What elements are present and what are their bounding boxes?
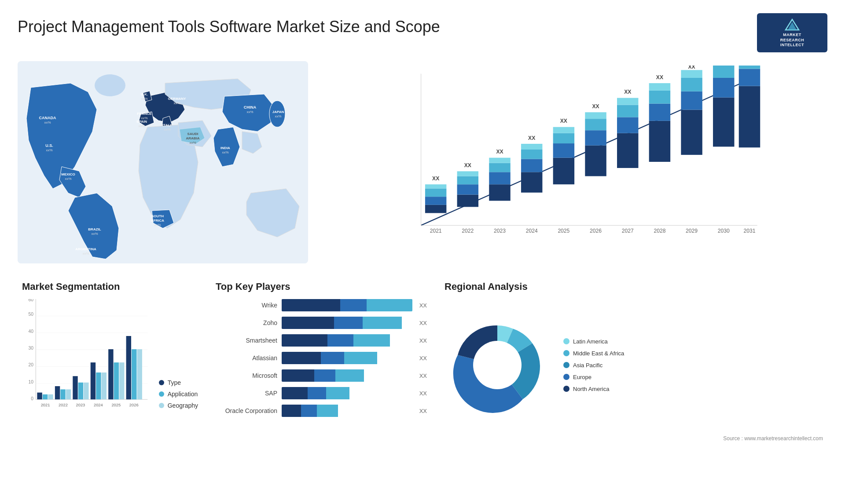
segmentation-legend: Type Application Geography — [159, 379, 198, 422]
svg-text:U.K.: U.K. — [141, 92, 148, 96]
player-bar — [282, 317, 412, 329]
player-value: XX — [419, 373, 427, 379]
svg-rect-90 — [681, 91, 702, 110]
svg-text:CANADA: CANADA — [39, 116, 56, 120]
regional-item-europe: Europe — [563, 374, 624, 380]
legend-dot-type — [159, 380, 164, 385]
svg-text:2028: 2028 — [654, 228, 665, 234]
segmentation-bars: 0 10 20 30 40 50 60 — [22, 299, 150, 422]
svg-rect-53 — [489, 184, 510, 201]
svg-rect-60 — [521, 159, 542, 172]
regional-dot-na — [563, 386, 569, 392]
svg-text:2024: 2024 — [94, 403, 103, 407]
bar-chart-svg: XX 2021 XX 2022 XX 2023 — [339, 66, 823, 246]
player-bar — [282, 369, 412, 382]
svg-rect-120 — [43, 394, 48, 399]
segmentation-section: Market Segmentation 0 10 20 30 40 50 60 — [18, 277, 202, 453]
svg-text:2022: 2022 — [462, 228, 474, 234]
svg-text:XX: XX — [464, 162, 471, 168]
donut-chart — [445, 312, 550, 418]
svg-text:2023: 2023 — [494, 228, 506, 234]
svg-text:30: 30 — [29, 346, 34, 351]
players-title: Top Key Players — [216, 281, 427, 292]
segmentation-chart-area: 0 10 20 30 40 50 60 — [22, 299, 198, 422]
svg-rect-83 — [649, 121, 670, 162]
player-bar — [282, 334, 412, 347]
svg-text:U.S.: U.S. — [45, 143, 53, 148]
player-name: Microsoft — [216, 372, 277, 379]
player-bar-container — [282, 352, 412, 364]
svg-text:XX: XX — [496, 149, 503, 155]
page-title: Project Management Tools Software Market… — [18, 18, 440, 36]
svg-text:xx%: xx% — [154, 223, 161, 227]
svg-text:xx%: xx% — [138, 124, 145, 128]
svg-marker-1 — [788, 22, 797, 30]
svg-text:2027: 2027 — [622, 228, 634, 234]
regional-dot-mea — [563, 350, 569, 356]
regional-label-europe: Europe — [573, 374, 592, 380]
player-value: XX — [419, 320, 427, 326]
player-value: XX — [419, 355, 427, 362]
svg-rect-78 — [617, 117, 638, 133]
svg-rect-77 — [617, 133, 638, 168]
svg-text:2025: 2025 — [111, 403, 121, 407]
svg-rect-123 — [55, 386, 60, 399]
donut-svg — [445, 312, 550, 418]
legend-item-geography: Geography — [159, 402, 198, 409]
svg-point-4 — [269, 101, 285, 127]
svg-text:2026: 2026 — [129, 403, 139, 407]
svg-rect-79 — [617, 105, 638, 117]
svg-text:ARGENTINA: ARGENTINA — [75, 247, 96, 251]
svg-text:xx%: xx% — [44, 121, 51, 124]
svg-text:XX: XX — [560, 118, 567, 124]
svg-rect-43 — [425, 189, 446, 197]
svg-rect-124 — [60, 389, 65, 399]
player-name: Atlassian — [216, 354, 277, 362]
svg-text:xx%: xx% — [65, 177, 71, 181]
svg-rect-47 — [457, 195, 478, 207]
svg-rect-133 — [102, 373, 107, 399]
svg-text:XX: XX — [592, 103, 599, 110]
svg-rect-96 — [713, 78, 734, 98]
donut-legend-area: Latin America Middle East & Africa Asia … — [445, 299, 823, 431]
logo-text: MARKETRESEARCHINTELLECT — [780, 33, 805, 48]
regional-dot-latin — [563, 338, 569, 344]
svg-text:SOUTH: SOUTH — [151, 214, 164, 218]
svg-rect-91 — [681, 78, 702, 91]
svg-text:20: 20 — [29, 363, 34, 368]
svg-text:XX: XX — [656, 74, 663, 80]
player-name: Oracle Corporation — [216, 407, 277, 414]
svg-text:SAUDI: SAUDI — [187, 132, 198, 136]
svg-text:50: 50 — [29, 312, 34, 317]
regional-section: Regional Analysis — [440, 277, 827, 453]
svg-text:2021: 2021 — [430, 228, 442, 234]
player-row: WrikeXX — [216, 299, 427, 311]
svg-rect-44 — [425, 184, 446, 188]
player-value: XX — [419, 408, 427, 414]
svg-rect-136 — [114, 362, 119, 399]
svg-text:XX: XX — [528, 135, 535, 141]
svg-text:xx%: xx% — [222, 150, 228, 154]
legend-item-type: Type — [159, 379, 198, 386]
svg-rect-139 — [126, 336, 131, 399]
svg-rect-71 — [585, 146, 606, 176]
regional-label-apac: Asia Pacific — [573, 362, 603, 369]
logo: MARKETRESEARCHINTELLECT — [757, 13, 827, 52]
svg-text:xx%: xx% — [141, 97, 147, 101]
svg-rect-54 — [489, 172, 510, 184]
player-bar — [282, 387, 412, 399]
svg-text:GERMANY: GERMANY — [168, 97, 187, 101]
svg-point-3 — [95, 74, 125, 96]
svg-rect-132 — [96, 373, 101, 399]
logo-icon — [783, 18, 801, 31]
regional-dot-europe — [563, 374, 569, 380]
svg-rect-131 — [91, 362, 96, 399]
player-bar-container — [282, 405, 412, 417]
player-bar-container — [282, 317, 412, 329]
svg-rect-127 — [73, 376, 77, 399]
seg-bars-svg: 0 10 20 30 40 50 60 — [22, 299, 150, 422]
svg-text:JAPAN: JAPAN — [272, 110, 284, 114]
legend-dot-geography — [159, 403, 164, 408]
svg-point-143 — [473, 341, 522, 389]
player-value: XX — [419, 302, 427, 309]
